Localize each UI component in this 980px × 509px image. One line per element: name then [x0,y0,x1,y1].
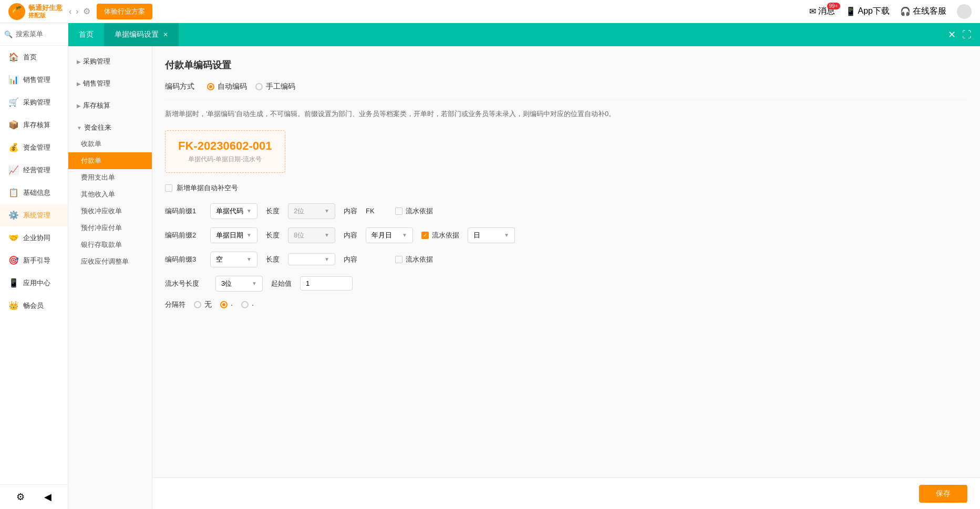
length1-select[interactable]: 2位 ▼ [288,203,335,219]
arrow-down-icon: ▼ [77,125,82,131]
period-select[interactable]: 日 ▼ [468,227,515,243]
top-nav-controls: ‹ › ⚙ [69,6,90,16]
config-row-2: 编码前缀2 单据日期 ▼ 长度 8位 ▼ 内容 年月日 [165,227,967,243]
length2-arrow-icon: ▼ [324,232,329,238]
sidebar-item-sales[interactable]: 📊 销售管理 [0,68,68,91]
nav-item-pre-receipt[interactable]: 预收冲应收单 [68,203,152,220]
nav-item-expense[interactable]: 费用支出单 [68,169,152,186]
separator-dot-radio[interactable]: · [220,300,233,309]
separator-none-label: 无 [204,300,212,309]
auto-fill-row: 新增单据自动补空号 [165,183,967,193]
prefix1-value: 单据代码 [216,206,243,216]
period-arrow-icon: ▼ [504,232,509,238]
nav-forward-icon[interactable]: › [76,7,78,16]
settings-bottom-icon[interactable]: ⚙ [16,491,25,503]
nav-item-other-income[interactable]: 其他收入单 [68,186,152,203]
content2-arrow-icon: ▼ [402,232,407,238]
config-row-3: 编码前缀3 空 ▼ 长度 ▼ 内容 [165,252,967,267]
prefix2-label: 编码前缀2 [165,231,202,240]
nav-group-sales-title[interactable]: ▶ 销售管理 [68,76,152,91]
sidebar-item-home[interactable]: 🏠 首页 [0,46,68,68]
online-service-button[interactable]: 🎧 在线客服 [900,6,946,17]
length2-value: 8位 [294,231,304,240]
nav-item-receipt[interactable]: 收款单 [68,136,152,152]
sidebar-item-system[interactable]: ⚙️ 系统管理 [0,204,68,226]
content1-label: 内容 [344,206,357,216]
tab-minimize-icon[interactable]: ✕ [948,29,956,40]
content3-label: 内容 [344,255,357,264]
nav-group-inventory-title[interactable]: ▶ 库存核算 [68,98,152,113]
separator-none-radio[interactable]: 无 [194,300,212,309]
tab-encode-settings[interactable]: 单据编码设置 ✕ [104,23,179,46]
sidebar-item-purchase[interactable]: 🛒 采购管理 [0,91,68,113]
brand-sub: 搭配版 [28,12,63,19]
user-avatar[interactable] [957,4,972,19]
top-bar: 🍊 畅通好生意 搭配版 ‹ › ⚙ 体验行业方案 ✉ 消息 99+ 📱 App下… [0,0,980,23]
start-value-input[interactable] [300,276,353,290]
length2-label: 长度 [266,231,280,240]
sidebar-item-basic-info-label: 基础信息 [23,188,50,198]
sidebar-item-finance[interactable]: 💰 资金管理 [0,136,68,159]
settings-icon[interactable]: ⚙ [83,6,90,16]
auto-fill-checkbox[interactable] [165,184,172,192]
serial3-checkbox[interactable] [395,256,403,263]
sidebar-item-member[interactable]: 👑 畅会员 [0,294,68,317]
message-button[interactable]: ✉ 消息 99+ [809,6,835,17]
manual-encode-radio[interactable]: 手工编码 [255,82,295,91]
nav-item-bank[interactable]: 银行存取款单 [68,236,152,253]
sidebar-item-finance-label: 资金管理 [23,143,50,152]
content2-select[interactable]: 年月日 ▼ [366,227,413,243]
sidebar-item-operations-label: 经营管理 [23,165,50,175]
serial2-checkbox[interactable]: ✓ [421,232,429,239]
length2-select[interactable]: 8位 ▼ [288,227,335,243]
nav-back-icon[interactable]: ‹ [69,7,71,16]
length3-select[interactable]: ▼ [288,253,335,265]
serial2-checkbox-row: ✓ 流水依据 [421,231,459,240]
nav-item-pre-payment[interactable]: 预付冲应付单 [68,220,152,236]
purchase-icon: 🛒 [8,97,19,107]
prefix2-arrow-icon: ▼ [246,232,252,238]
auto-encode-radio[interactable]: 自动编码 [207,82,247,91]
nav-group-sales: ▶ 销售管理 [68,72,152,95]
search-menu[interactable]: 🔍 搜索菜单 [0,23,68,46]
prefix2-value: 单据日期 [216,231,243,240]
prefix1-select[interactable]: 单据代码 ▼ [210,203,257,219]
guide-icon: 🎯 [8,255,19,265]
save-button[interactable]: 保存 [919,485,967,503]
enterprise-icon: 🤝 [8,233,19,243]
inner-sidebar: ▶ 采购管理 ▶ 销售管理 ▶ 库存核算 [68,46,152,509]
nav-group-funds-title[interactable]: ▼ 资金往来 [68,120,152,136]
preview-label: 单据代码-单据日期-流水号 [178,155,272,164]
inventory-icon: 📦 [8,120,19,130]
tab-maximize-icon[interactable]: ⛶ [962,29,972,40]
experience-button[interactable]: 体验行业方案 [97,4,152,19]
sidebar-item-enterprise[interactable]: 🤝 企业协同 [0,226,68,249]
nav-item-payment[interactable]: 付款单 [68,152,152,169]
sidebar-item-guide[interactable]: 🎯 新手引导 [0,249,68,272]
serial-length-select[interactable]: 3位 ▼ [215,276,263,292]
finance-icon: 💰 [8,142,19,152]
brand-name: 畅通好生意 [28,4,63,12]
length1-arrow-icon: ▼ [324,208,329,214]
app-center-icon: 📱 [8,278,19,288]
prefix3-select[interactable]: 空 ▼ [210,252,257,267]
nav-group-purchase-title[interactable]: ▶ 采购管理 [68,54,152,69]
tab-home[interactable]: 首页 [68,23,104,46]
sidebar-item-operations[interactable]: 📈 经营管理 [0,159,68,181]
prefix1-label: 编码前缀1 [165,206,202,216]
sidebar-item-app-center-label: 应用中心 [23,278,50,288]
prefix2-select[interactable]: 单据日期 ▼ [210,227,257,243]
serial1-checkbox[interactable] [395,207,403,215]
length3-label: 长度 [266,255,280,264]
app-download-button[interactable]: 📱 App下载 [845,6,890,17]
separator-dash-radio[interactable]: · [241,300,254,309]
sidebar-item-basic-info[interactable]: 📋 基础信息 [0,181,68,204]
auto-encode-dot [207,83,214,90]
sidebar-item-app-center[interactable]: 📱 应用中心 [0,272,68,294]
left-sidebar: 🔍 搜索菜单 🏠 首页 📊 销售管理 🛒 采购管理 📦 库存核算 💰 资金管理 … [0,23,68,509]
nav-item-adjustment[interactable]: 应收应付调整单 [68,253,152,270]
sidebar-item-inventory[interactable]: 📦 库存核算 [0,113,68,136]
tab-close-icon[interactable]: ✕ [163,31,168,38]
nav-group-purchase: ▶ 采购管理 [68,50,152,72]
collapse-icon[interactable]: ◀ [44,491,51,503]
